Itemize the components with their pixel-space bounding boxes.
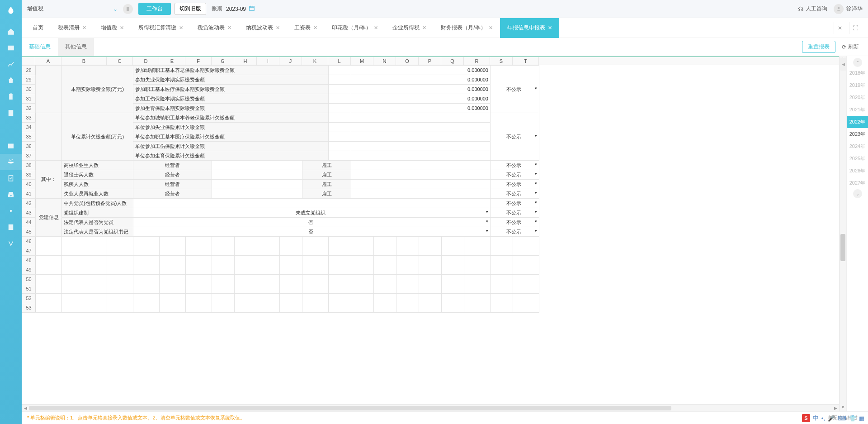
empty-cell[interactable] [513, 265, 539, 275]
tab-10[interactable]: 年报信息申报表✕ [500, 18, 559, 38]
tab-3[interactable]: 所得税汇算清缴✕ [131, 18, 190, 38]
empty-cell[interactable] [374, 284, 396, 294]
empty-cell[interactable] [513, 246, 539, 256]
public-dropdown[interactable]: 不公示 [491, 66, 539, 113]
empty-cell[interactable] [513, 294, 539, 303]
empty-cell[interactable] [107, 284, 133, 294]
empty-cell[interactable] [36, 284, 62, 294]
empty-cell[interactable] [212, 284, 235, 294]
empty-cell[interactable] [62, 246, 107, 256]
close-icon[interactable]: ✕ [120, 25, 124, 31]
tab-6[interactable]: 工资表✕ [287, 18, 325, 38]
empty-cell[interactable] [396, 303, 419, 313]
empty-cell[interactable] [212, 294, 235, 303]
tab-4[interactable]: 税负波动表✕ [190, 18, 239, 38]
value-cell[interactable] [351, 189, 491, 199]
nav-gear-icon[interactable] [0, 203, 22, 219]
row-header[interactable]: 29 [22, 75, 36, 85]
val-cell[interactable] [329, 94, 351, 104]
nav-text-icon[interactable] [0, 121, 22, 138]
old-version-button[interactable]: 切到旧版 [175, 3, 206, 15]
empty-cell[interactable] [464, 303, 491, 313]
row-header[interactable]: 45 [22, 227, 36, 237]
close-icon[interactable]: ✕ [179, 25, 183, 31]
empty-cell[interactable] [351, 294, 374, 303]
close-all-tabs-button[interactable]: ✕ [834, 22, 845, 34]
empty-cell[interactable] [257, 246, 280, 256]
tab-5[interactable]: 纳税波动表✕ [239, 18, 287, 38]
val-cell[interactable] [329, 132, 351, 142]
col-header-T[interactable]: T [513, 57, 539, 65]
row-header[interactable]: 34 [22, 123, 36, 132]
empty-cell[interactable] [257, 303, 280, 313]
empty-cell[interactable] [186, 246, 212, 256]
empty-cell[interactable] [212, 237, 235, 246]
empty-cell[interactable] [160, 246, 186, 256]
public-dropdown[interactable]: 不公示 [491, 208, 539, 218]
empty-cell[interactable] [280, 294, 302, 303]
empty-cell[interactable] [280, 303, 302, 313]
empty-cell[interactable] [212, 246, 235, 256]
empty-cell[interactable] [351, 265, 374, 275]
empty-cell[interactable] [419, 265, 442, 275]
empty-cell[interactable] [257, 275, 280, 284]
empty-cell[interactable] [280, 237, 302, 246]
tab-0[interactable]: 首页 [25, 18, 51, 38]
empty-cell[interactable] [396, 275, 419, 284]
row-header[interactable]: 44 [22, 218, 36, 227]
public-dropdown[interactable]: 不公示 [491, 161, 539, 170]
empty-cell[interactable] [107, 237, 133, 246]
empty-cell[interactable] [257, 284, 280, 294]
empty-cell[interactable] [186, 256, 212, 265]
row-header[interactable]: 32 [22, 104, 36, 113]
empty-cell[interactable] [280, 284, 302, 294]
public-dropdown[interactable]: 不公示 [491, 218, 539, 227]
empty-cell[interactable] [419, 256, 442, 265]
empty-cell[interactable] [396, 265, 419, 275]
ime-mic-icon[interactable]: 🎤 [828, 415, 835, 422]
empty-cell[interactable] [351, 237, 374, 246]
tab-9[interactable]: 财务报表（月/季）✕ [434, 18, 500, 38]
value-cell[interactable]: 0.000000 [351, 85, 491, 94]
reset-report-button[interactable]: 重置报表 [802, 41, 835, 53]
col-header-B[interactable]: B [61, 57, 107, 65]
empty-cell[interactable] [329, 275, 351, 284]
public-dropdown[interactable]: 不公示 [491, 180, 539, 189]
value-dropdown[interactable]: 未成立党组织 [133, 208, 491, 218]
year-item-2021年[interactable]: 2021年 [847, 104, 868, 116]
empty-cell[interactable] [160, 303, 186, 313]
empty-cell[interactable] [464, 275, 491, 284]
empty-cell[interactable] [302, 303, 329, 313]
year-item-2019年[interactable]: 2019年 [847, 79, 868, 91]
empty-cell[interactable] [374, 275, 396, 284]
empty-cell[interactable] [212, 256, 235, 265]
empty-cell[interactable] [186, 265, 212, 275]
subtab-other-info[interactable]: 其他信息 [58, 38, 94, 56]
col-header-K[interactable]: K [302, 57, 328, 65]
year-item-2018年[interactable]: 2018年 [847, 67, 868, 79]
refresh-button[interactable]: ⟳ 刷新 [842, 43, 859, 51]
empty-cell[interactable] [302, 237, 329, 246]
ime-keyboard-icon[interactable]: ⌨ [838, 415, 846, 422]
public-dropdown[interactable]: 不公示 [491, 189, 539, 199]
year-item-2023年[interactable]: 2023年 [847, 128, 868, 140]
val-cell[interactable] [329, 142, 351, 151]
empty-cell[interactable] [374, 256, 396, 265]
empty-cell[interactable] [513, 275, 539, 284]
user-chip[interactable]: 徐泽华 [834, 4, 863, 14]
public-dropdown[interactable]: 不公示 [491, 227, 539, 237]
row-header[interactable]: 41 [22, 189, 36, 199]
expand-tabs-button[interactable]: ⛶ [849, 22, 861, 34]
row-header[interactable]: 31 [22, 94, 36, 104]
year-item-2025年[interactable]: 2025年 [847, 152, 868, 165]
empty-cell[interactable] [491, 256, 513, 265]
value-cell[interactable] [212, 170, 302, 180]
year-down-button[interactable]: ⌄ [853, 189, 862, 198]
ime-lang-button[interactable]: 中 [813, 414, 819, 422]
col-header-I[interactable]: I [257, 57, 279, 65]
empty-cell[interactable] [419, 275, 442, 284]
val-cell[interactable] [329, 75, 351, 85]
ime-punct-icon[interactable]: •, [821, 415, 825, 422]
empty-cell[interactable] [513, 303, 539, 313]
empty-cell[interactable] [107, 246, 133, 256]
